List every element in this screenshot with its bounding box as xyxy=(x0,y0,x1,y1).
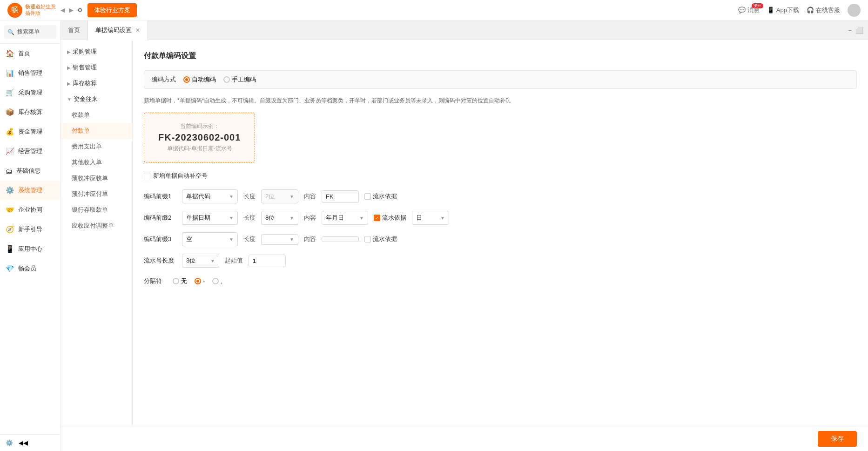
sidebar-item-home[interactable]: 🏠 首页 xyxy=(0,44,60,63)
home-icon: 🏠 xyxy=(6,49,14,58)
encode-row-1: 编码前缀1 单据代码 ▼ 长度 2位 ▼ 内容 FK 流水依据 xyxy=(144,189,857,203)
length-select-2[interactable]: 8位 ▼ xyxy=(261,211,298,225)
flow-checkbox-3[interactable]: 流水依据 xyxy=(364,235,397,243)
message-badge: 99+ xyxy=(752,3,763,8)
tab-bar-actions: − ⬜ xyxy=(843,20,868,40)
sidebar-item-member[interactable]: 💎 畅会员 xyxy=(0,259,60,278)
sub-sidebar-group-capital[interactable]: ▼ 资金往来 xyxy=(61,91,132,107)
prefix-label-1: 编码前缀1 xyxy=(144,192,176,201)
search-menu-button[interactable]: 🔍 搜索菜单 xyxy=(4,25,56,39)
sub-sidebar-item-other-income[interactable]: 其他收入单 xyxy=(61,155,132,170)
content-select-2[interactable]: 年月日 ▼ xyxy=(322,211,368,225)
flow-unit-arrow-2: ▼ xyxy=(440,215,445,221)
flow-checkbox-1[interactable]: 流水依据 xyxy=(364,192,397,201)
length-select-3[interactable]: ▼ xyxy=(261,234,298,245)
start-value-input[interactable] xyxy=(249,255,286,267)
experience-button[interactable]: 体验行业方案 xyxy=(87,3,137,17)
sub-sidebar-item-expense[interactable]: 费用支出单 xyxy=(61,139,132,155)
sub-sidebar-group-stock[interactable]: ▶ 库存核算 xyxy=(61,75,132,91)
content-label-1: 内容 xyxy=(304,192,316,201)
search-icon: 🔍 xyxy=(7,29,14,35)
sub-sidebar: ▶ 采购管理 ▶ 销售管理 ▶ 库存核算 ▼ 资金往来 收款单 付款单 xyxy=(61,40,133,451)
content-arrow-2: ▼ xyxy=(359,215,364,221)
prefix-arrow-3: ▼ xyxy=(229,237,234,242)
manual-encode-radio[interactable]: 手工编码 xyxy=(223,75,256,84)
auto-fill-checkbox[interactable]: 新增单据自动补空号 xyxy=(144,172,208,180)
sep-radio-dot[interactable]: . xyxy=(212,278,222,285)
sidebar-item-purchase[interactable]: 🛒 采购管理 xyxy=(0,83,60,102)
tab-bar: 首页 单据编码设置 ✕ − ⬜ xyxy=(61,20,868,40)
settings-gear-icon[interactable]: ⚙️ xyxy=(6,439,13,446)
flow-number-row: 流水号长度 3位 ▼ 起始值 xyxy=(144,254,857,268)
flow-checkbox-2[interactable]: ✓ 流水依据 xyxy=(374,214,406,222)
app-download-item[interactable]: 📱 App下载 xyxy=(767,6,799,14)
sidebar-collapse-icon[interactable]: ◀◀ xyxy=(19,439,28,446)
sub-sidebar-item-advance-receipt[interactable]: 预收冲应收单 xyxy=(61,170,132,186)
tab-encode-setting[interactable]: 单据编码设置 ✕ xyxy=(88,20,148,40)
tab-close-button[interactable]: ✕ xyxy=(135,27,140,34)
sidebar-item-cooperation[interactable]: 🤝 企业协同 xyxy=(0,200,60,220)
expand-arrow-stock: ▶ xyxy=(67,81,71,86)
settings-icon[interactable]: ⚙ xyxy=(77,7,83,13)
length-label-1: 长度 xyxy=(243,192,256,201)
message-icon: 💬 xyxy=(738,7,746,13)
prefix-select-3[interactable]: 空 ▼ xyxy=(182,232,238,246)
prefix-label-2: 编码前缀2 xyxy=(144,214,176,222)
nav-prev-arrow[interactable]: ◀ xyxy=(61,7,65,13)
sidebar-item-system[interactable]: ⚙️ 系统管理 xyxy=(0,181,60,200)
length-label-2: 长度 xyxy=(243,214,256,222)
prefix-select-1[interactable]: 单据代码 ▼ xyxy=(182,189,238,203)
logo: 畅 畅通道好生意 插件版 xyxy=(7,3,56,18)
sidebar-item-operation[interactable]: 📈 经营管理 xyxy=(0,141,60,161)
preview-box: 当前编码示例： FK-20230602-001 单据代码-单据日期-流水号 xyxy=(144,113,255,162)
sidebar-item-appcenter[interactable]: 📱 应用中心 xyxy=(0,239,60,259)
sep-radio-dash[interactable]: - xyxy=(195,278,205,285)
operation-icon: 📈 xyxy=(6,147,14,155)
preview-code: FK-20230602-001 xyxy=(158,132,241,143)
tab-home[interactable]: 首页 xyxy=(61,20,88,40)
nav-next-arrow[interactable]: ▶ xyxy=(69,7,74,13)
sub-sidebar-item-receipt[interactable]: 收款单 xyxy=(61,107,132,123)
sub-sidebar-item-payment[interactable]: 付款单 xyxy=(61,123,132,139)
content-value-3 xyxy=(322,236,359,242)
sub-sidebar-group-purchase[interactable]: ▶ 采购管理 xyxy=(61,44,132,60)
start-value-label: 起始值 xyxy=(225,256,243,265)
member-icon: 💎 xyxy=(6,264,14,273)
basic-icon: 🗂 xyxy=(6,167,13,175)
message-item[interactable]: 💬 消息 99+ xyxy=(738,6,760,14)
expand-arrow-sales: ▶ xyxy=(67,65,71,70)
sidebar-item-newguide[interactable]: 🧭 新手引导 xyxy=(0,220,60,239)
sidebar-search: 🔍 搜索菜单 xyxy=(0,20,60,44)
auto-encode-radio[interactable]: 自动编码 xyxy=(183,75,216,84)
sub-sidebar-item-advance-payment[interactable]: 预付冲应付单 xyxy=(61,186,132,202)
sidebar-item-finance[interactable]: 💰 资金管理 xyxy=(0,122,60,141)
top-bar-left: 畅 畅通道好生意 插件版 ◀ ▶ ⚙ 体验行业方案 xyxy=(7,3,137,18)
sub-sidebar-item-bank-deposit[interactable]: 银行存取款单 xyxy=(61,202,132,218)
stock-icon: 📦 xyxy=(6,108,14,116)
content-label-2: 内容 xyxy=(304,214,316,222)
encode-row-2: 编码前缀2 单据日期 ▼ 长度 8位 ▼ 内容 年月日 ▼ ✓ 流水依据 xyxy=(144,211,857,225)
sidebar-item-stock[interactable]: 📦 库存核算 xyxy=(0,102,60,122)
sidebar-item-basic[interactable]: 🗂 基础信息 xyxy=(0,161,60,181)
length-select-1: 2位 ▼ xyxy=(261,189,298,203)
tab-minimize-icon[interactable]: − xyxy=(848,27,852,34)
sep-radio-none[interactable]: 无 xyxy=(173,277,187,285)
sep-dash-circle xyxy=(195,278,201,284)
content-area: 付款单编码设置 编码方式 自动编码 手工编码 新增单据时，*单据编码*自动生成，… xyxy=(133,40,868,451)
sep-dot-circle xyxy=(212,278,219,284)
user-avatar[interactable] xyxy=(848,4,861,17)
prefix-arrow-1: ▼ xyxy=(229,194,234,199)
save-button[interactable]: 保存 xyxy=(818,431,857,447)
length-arrow-1: ▼ xyxy=(289,194,294,199)
sidebar: 🔍 搜索菜单 🏠 首页 📊 销售管理 🛒 采购管理 📦 库存核算 💰 资金管理 … xyxy=(0,20,61,451)
sub-sidebar-item-adjust[interactable]: 应收应付调整单 xyxy=(61,218,132,234)
prefix-select-2[interactable]: 单据日期 ▼ xyxy=(182,211,238,225)
sub-sidebar-group-sales[interactable]: ▶ 销售管理 xyxy=(61,60,132,75)
encode-row-3: 编码前缀3 空 ▼ 长度 ▼ 内容 流水依据 xyxy=(144,232,857,246)
sidebar-item-sales[interactable]: 📊 销售管理 xyxy=(0,63,60,83)
tab-maximize-icon[interactable]: ⬜ xyxy=(855,27,863,34)
flow-unit-select-2[interactable]: 日 ▼ xyxy=(412,211,449,225)
customer-service-item[interactable]: 🎧 在线客服 xyxy=(807,6,840,14)
flow-length-arrow: ▼ xyxy=(210,258,215,263)
flow-length-select[interactable]: 3位 ▼ xyxy=(182,254,219,268)
